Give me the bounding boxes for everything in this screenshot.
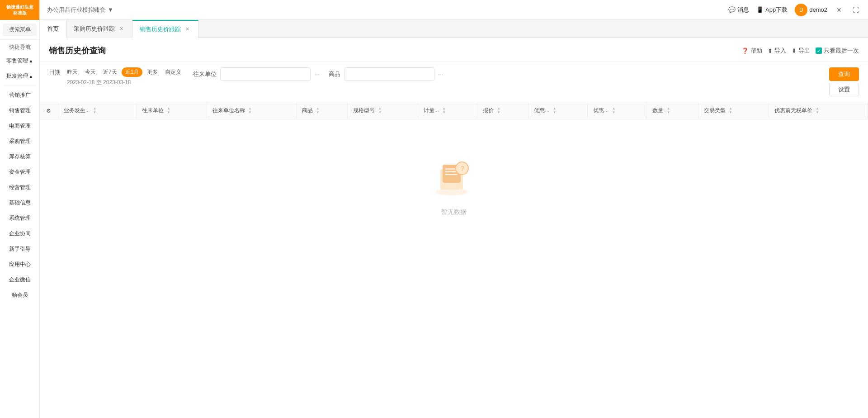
sidebar-item-label: 企业微信 — [9, 276, 31, 284]
sidebar-item-sales[interactable]: 销售管理 — [2, 103, 38, 118]
show-last-only-checkbox[interactable]: ✓ 只看最后一次 — [816, 47, 859, 55]
tab-purchase-price-close[interactable]: ✕ — [118, 25, 125, 33]
sidebar-item-label: 基础信息 — [9, 199, 31, 207]
date-filter-label: 日期 — [49, 68, 61, 76]
sidebar-item-marketing[interactable]: 营销推广 — [2, 88, 38, 103]
th-quantity-label: 数量 — [652, 107, 663, 114]
checkbox-icon: ✓ — [816, 48, 822, 54]
sidebar-item-newbie[interactable]: 新手引导 — [2, 242, 38, 256]
tab-sales-price[interactable]: 销售历史价跟踪 ✕ — [132, 20, 198, 38]
logo-text: 畅捷通好生意标准版 — [6, 4, 33, 16]
sort-arrows-spec[interactable]: ▲▼ — [378, 107, 382, 114]
search-menu-button[interactable]: 搜索菜单 — [3, 24, 37, 36]
tab-purchase-price-label: 采购历史价跟踪 — [74, 25, 115, 33]
filter-area: 日期 昨天 今天 近7天 近1月 更多 自定义 2023-02-18 至 202… — [40, 62, 868, 102]
settings-button[interactable]: 设置 — [829, 83, 859, 96]
tab-home-label: 首页 — [47, 25, 59, 33]
app-download-button[interactable]: 📱 App下载 — [756, 6, 788, 14]
th-quoted-price-label: 报价 — [483, 107, 494, 114]
message-label: 消息 — [737, 6, 749, 14]
tab-sales-price-close[interactable]: ✕ — [184, 26, 191, 33]
date-btn-more[interactable]: 更多 — [144, 67, 160, 77]
dropdown-icon: ▼ — [108, 6, 113, 13]
sidebar-item-wholesale[interactable]: 批发管理 ▲ — [2, 69, 38, 84]
message-button[interactable]: 💬 消息 — [728, 6, 749, 14]
workspace-label: 办公用品行业模拟账套 — [47, 6, 106, 14]
date-btn-1month[interactable]: 近1月 — [122, 67, 143, 77]
sort-arrows-quantity[interactable]: ▲▼ — [667, 107, 670, 114]
sidebar-item-wechat[interactable]: 企业微信 — [2, 272, 38, 287]
sort-arrows-pre-discount-price[interactable]: ▲▼ — [816, 107, 819, 114]
date-btn-7days[interactable]: 近7天 — [100, 67, 120, 77]
sidebar-item-ecommerce[interactable]: 电商管理 — [2, 119, 38, 133]
sidebar-item-label: 系统管理 — [9, 214, 31, 222]
sort-arrows-quoted-price[interactable]: ▲▼ — [497, 107, 500, 114]
date-filter-group: 日期 昨天 今天 近7天 近1月 更多 自定义 2023-02-18 至 202… — [49, 67, 184, 86]
counterparty-filter-group: 往来单位 ··· — [193, 67, 320, 81]
counterparty-input[interactable] — [220, 67, 311, 81]
product-picker-button[interactable]: ··· — [438, 71, 443, 78]
sort-arrows-trade-type[interactable]: ▲▼ — [729, 107, 732, 114]
settings-icon[interactable]: ⚙ — [46, 108, 51, 114]
sort-arrows-discount1[interactable]: ▲▼ — [553, 107, 557, 114]
counterparty-picker-button[interactable]: ··· — [314, 71, 320, 78]
empty-icon: ? — [431, 156, 476, 201]
tab-purchase-price[interactable]: 采购历史价跟踪 ✕ — [66, 20, 132, 38]
expand-icon: ▲ — [29, 74, 33, 79]
date-btn-today[interactable]: 今天 — [82, 67, 99, 77]
sidebar-item-basic-info[interactable]: 基础信息 — [2, 195, 38, 210]
import-icon: ⬆ — [768, 48, 773, 54]
tab-sales-price-label: 销售历史价跟踪 — [140, 25, 181, 33]
help-button[interactable]: ❓ 帮助 — [741, 47, 762, 55]
tab-home[interactable]: 首页 — [40, 20, 66, 38]
sidebar-item-appcenter[interactable]: 应用中心 — [2, 257, 38, 272]
workspace-selector[interactable]: 办公用品行业模拟账套 ▼ — [47, 6, 113, 14]
th-spec-label: 规格型号 — [353, 107, 375, 114]
download-icon: 📱 — [756, 6, 764, 13]
th-settings[interactable]: ⚙ — [40, 102, 58, 119]
sort-arrows-discount2[interactable]: ▲▼ — [612, 107, 616, 114]
tab-bar: 首页 采购历史价跟踪 ✕ 销售历史价跟踪 ✕ — [40, 20, 868, 38]
th-trade-type: 交易类型 ▲▼ — [698, 102, 769, 119]
sort-arrows-biz-date[interactable]: ▲▼ — [93, 107, 97, 114]
product-input[interactable] — [344, 67, 434, 81]
query-button[interactable]: 查询 — [829, 67, 859, 81]
page-content: 销售历史价查询 ❓ 帮助 ⬆ 导入 ⬇ 导出 ✓ 只 — [40, 38, 868, 418]
th-pre-discount-price-label: 优惠前无税单价 — [774, 107, 812, 114]
sort-arrows-product[interactable]: ▲▼ — [316, 107, 320, 114]
sort-arrows-counterparty-name[interactable]: ▲▼ — [248, 107, 252, 114]
date-btn-yesterday[interactable]: 昨天 — [64, 67, 80, 77]
sidebar-item-label: 畅会员 — [12, 291, 28, 299]
message-icon: 💬 — [728, 6, 736, 13]
date-btn-custom[interactable]: 自定义 — [162, 67, 184, 77]
sidebar-item-retail[interactable]: 零售管理 ▲ — [2, 53, 38, 68]
sidebar-item-finance[interactable]: 资金管理 — [2, 165, 38, 180]
import-button[interactable]: ⬆ 导入 — [768, 47, 786, 55]
sidebar-item-operations[interactable]: 经营管理 — [2, 180, 38, 195]
th-quantity: 数量 ▲▼ — [647, 102, 698, 119]
sidebar: 畅捷通好生意标准版 搜索菜单 快捷导航 零售管理 ▲ 批发管理 ▲ 营销推广 销… — [0, 0, 40, 418]
page-title: 销售历史价查询 — [49, 45, 106, 56]
app-download-label: App下载 — [765, 6, 788, 14]
close-window-button[interactable]: ✕ — [835, 5, 844, 15]
help-label: 帮助 — [750, 47, 762, 55]
export-icon: ⬇ — [792, 48, 797, 54]
user-menu[interactable]: D demo2 — [795, 4, 827, 16]
sidebar-item-inventory[interactable]: 库存核算 — [2, 149, 38, 164]
sidebar-item-membership[interactable]: 畅会员 — [2, 288, 38, 303]
sidebar-item-label: 采购管理 — [9, 138, 31, 145]
empty-text: 暂无数据 — [441, 208, 467, 216]
sort-arrows-counterparty-code[interactable]: ▲▼ — [167, 107, 170, 114]
sidebar-item-system[interactable]: 系统管理 — [2, 211, 38, 226]
th-counterparty-code: 往来单位 ▲▼ — [136, 102, 207, 119]
fullscreen-button[interactable]: ⛶ — [851, 5, 861, 15]
export-button[interactable]: ⬇ 导出 — [792, 47, 810, 55]
sort-arrows-unit[interactable]: ▲▼ — [442, 107, 446, 114]
th-counterparty-name-label: 往来单位名称 — [212, 107, 245, 114]
sidebar-item-label: 零售管理 — [6, 57, 28, 65]
sidebar-item-enterprise[interactable]: 企业协同 — [2, 226, 38, 241]
top-header: 办公用品行业模拟账套 ▼ 💬 消息 📱 App下载 D demo2 ✕ ⛶ — [40, 0, 868, 20]
user-label: demo2 — [809, 6, 827, 13]
sidebar-item-purchase[interactable]: 采购管理 — [2, 134, 38, 149]
import-label: 导入 — [774, 47, 786, 55]
